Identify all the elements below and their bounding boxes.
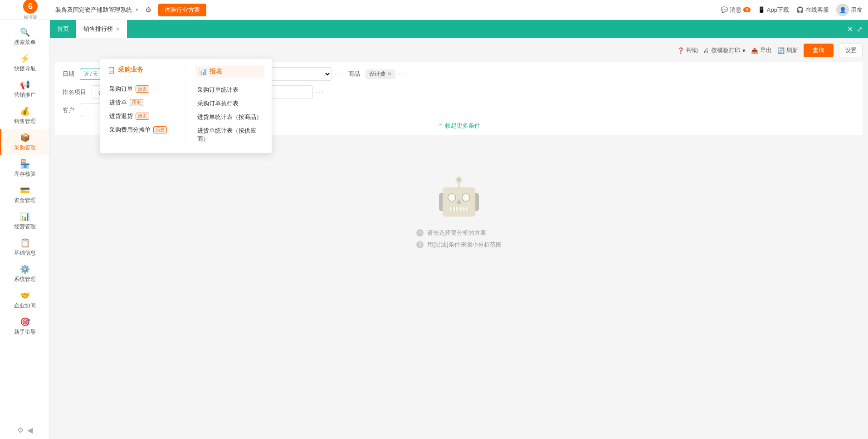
export-icon: 📤: [751, 47, 758, 54]
inventory-icon: 🏪: [20, 159, 30, 169]
sidebar-item-marketing[interactable]: 📢 营销推广: [0, 76, 49, 103]
dropdown-item-cost[interactable]: 采购费用分摊单 历史: [107, 123, 177, 137]
online-service-btn[interactable]: 🎧 在线客服: [796, 6, 829, 14]
query-btn[interactable]: 查询: [804, 44, 834, 57]
sidebar-item-basic[interactable]: 📋 基础信息: [0, 234, 49, 261]
collapse-btn[interactable]: ⌃ 收起更多条件: [438, 122, 480, 130]
refresh-icon: 🔄: [777, 47, 785, 54]
basic-icon: 📋: [20, 238, 30, 248]
quick-date-7days[interactable]: 近7天: [80, 69, 102, 80]
cost-label: 采购费用分摊单: [109, 126, 151, 134]
sidebar-item-purchase-label: 采购管理: [14, 144, 36, 152]
sidebar-settings-btn[interactable]: ⚙: [17, 426, 24, 434]
sidebar-item-guide-label: 新手引导: [14, 328, 36, 336]
online-service-label: 在线客服: [805, 6, 829, 14]
tab-sales-rank[interactable]: 销售排行榜 ✕: [76, 20, 127, 38]
tab-home[interactable]: 首页: [50, 20, 76, 38]
sales-icon: 💰: [20, 106, 30, 116]
sidebar-item-sales[interactable]: 💰 销售管理: [0, 103, 49, 129]
sidebar-item-finance[interactable]: 💳 资金管理: [0, 182, 49, 208]
settings-icon[interactable]: ⚙: [142, 4, 155, 16]
sidebar-collapse-btn[interactable]: ◀: [27, 426, 33, 434]
top-bar: 6 标准版 装备及固定资产辅助管理系统 ▾ ⚙ 体验行业方案 💬 消息 9 📱 …: [0, 0, 868, 20]
system-name-dropdown-icon[interactable]: ▾: [136, 7, 138, 13]
message-btn[interactable]: 💬 消息 9: [721, 6, 751, 14]
sidebar-item-basic-label: 基础信息: [14, 249, 36, 257]
report-menu-title: 报表: [210, 68, 222, 76]
sidebar-item-search-label: 搜索菜单: [14, 39, 36, 46]
help-btn[interactable]: ❓ 帮助: [677, 46, 698, 54]
message-label: 消息: [730, 6, 741, 14]
sidebar-item-enterprise[interactable]: 🤝 企业协同: [0, 287, 49, 313]
rank-item-label: 排名项目: [63, 88, 86, 96]
logo-icon: 6: [23, 0, 38, 14]
inbound-stat-supplier-label: 进货单统计表（按供应商）: [197, 127, 263, 143]
sidebar-item-system[interactable]: ⚙️ 系统管理: [0, 261, 49, 287]
app-download-btn[interactable]: 📱 App下载: [758, 6, 789, 14]
print-btn[interactable]: 🖨 按模板打印 ▾: [703, 46, 746, 54]
toolbar-row: ❓ 帮助 🖨 按模板打印 ▾ 📤 导出 🔄 刷新 查询 设置: [55, 44, 863, 57]
sidebar-item-search[interactable]: 🔍 搜索菜单: [0, 24, 49, 50]
return-label: 进货退货: [109, 112, 133, 120]
dropdown-item-inbound-stat-goods[interactable]: 进货单统计表（按商品）: [195, 110, 265, 124]
system-name: 装备及固定资产辅助管理系统: [55, 6, 132, 14]
empty-illustration: 🤖: [436, 175, 482, 218]
sidebar-item-operations[interactable]: 📊 经营管理: [0, 208, 49, 234]
tab-home-label: 首页: [57, 25, 69, 33]
goods-dots[interactable]: ···: [398, 70, 407, 78]
dropdown-item-inbound-stat-supplier[interactable]: 进货单统计表（按供应商）: [195, 124, 265, 146]
dropdown-item-return[interactable]: 进货退货 历史: [107, 109, 177, 123]
tab-bar-expand-icon[interactable]: ⤢: [857, 25, 863, 34]
tip-num-1: 1: [416, 229, 424, 237]
sidebar-item-guide[interactable]: 🎯 新手引导: [0, 313, 49, 340]
dropdown-item-inbound[interactable]: 进货单 历史: [107, 96, 177, 109]
headset-icon: 🎧: [796, 6, 804, 13]
help-label: 帮助: [686, 46, 698, 54]
refresh-btn[interactable]: 🔄 刷新: [777, 46, 798, 54]
mobile-icon: 📱: [758, 6, 765, 13]
dropdown-report-col: 📊 报表 采购订单统计表 采购订单执行表 进货单统计表（按商品） 进货单统计表（…: [195, 66, 265, 146]
finance-icon: 💳: [20, 185, 30, 195]
main-layout: 🔍 搜索菜单 ⚡ 快捷导航 📢 营销推广 💰 销售管理 📦 采购管理 🏪 库存核…: [0, 20, 868, 439]
top-bar-right: 💬 消息 9 📱 App下载 🎧 在线客服 👤 用友: [721, 4, 863, 16]
sidebar-item-inventory[interactable]: 🏪 库存核算: [0, 155, 49, 182]
sidebar-item-sales-label: 销售管理: [14, 118, 36, 125]
report-menu-icon: 📊: [199, 68, 207, 75]
top-bar-center: 装备及固定资产辅助管理系统 ▾ ⚙ 体验行业方案: [55, 4, 721, 16]
user-btn[interactable]: 👤 用友: [836, 4, 863, 16]
print-dropdown-icon: ▾: [742, 47, 746, 54]
sidebar-item-quicknav[interactable]: ⚡ 快捷导航: [0, 50, 49, 76]
tab-bar-close-icon[interactable]: ✕: [847, 25, 853, 34]
salesperson-dots[interactable]: ···: [316, 88, 324, 96]
tip-num-2: 2: [416, 241, 424, 248]
export-label: 导出: [760, 46, 772, 54]
user-name: 用友: [851, 6, 863, 14]
sidebar-item-system-label: 系统管理: [14, 276, 36, 283]
customer-label: 客户: [63, 106, 74, 114]
tab-bar-right: ✕ ⤢: [847, 25, 868, 34]
sidebar-item-inventory-label: 库存核算: [14, 170, 36, 178]
tab-bar: 首页 销售排行榜 ✕ ✕ ⤢: [50, 20, 868, 38]
sidebar-item-operations-label: 经营管理: [14, 223, 36, 231]
export-btn[interactable]: 📤 导出: [751, 46, 772, 54]
content-area: 首页 销售排行榜 ✕ ✕ ⤢ ❓ 帮助 🖨 按模板打印: [50, 20, 868, 439]
dropdown-item-po-stat[interactable]: 采购订单统计表: [195, 83, 265, 97]
po-stat-label: 采购订单统计表: [197, 86, 239, 94]
dropdown-purchase-title: 📋 采购业务: [107, 66, 177, 77]
goods-label: 商品: [348, 70, 360, 78]
sidebar-item-quicknav-label: 快捷导航: [14, 65, 36, 73]
tab-sales-rank-label: 销售排行榜: [83, 25, 113, 33]
print-icon: 🖨: [703, 47, 709, 54]
logo-subtitle: 标准版: [24, 14, 37, 20]
message-badge: 9: [743, 7, 751, 12]
settings-small-btn[interactable]: 设置: [839, 44, 863, 57]
goods-tag-close[interactable]: ✕: [387, 71, 392, 77]
dropdown-divider: [186, 66, 186, 146]
tab-close-icon[interactable]: ✕: [116, 26, 120, 32]
inbound-stat-goods-label: 进货单统计表（按商品）: [197, 113, 262, 121]
dropdown-item-po-exec[interactable]: 采购订单执行表: [195, 97, 265, 110]
sidebar-item-purchase[interactable]: 📦 采购管理: [0, 129, 49, 155]
industry-btn[interactable]: 体验行业方案: [158, 4, 206, 16]
voucher-status-dots[interactable]: ···: [334, 70, 343, 78]
dropdown-item-purchase-order[interactable]: 采购订单 历史: [107, 82, 177, 96]
